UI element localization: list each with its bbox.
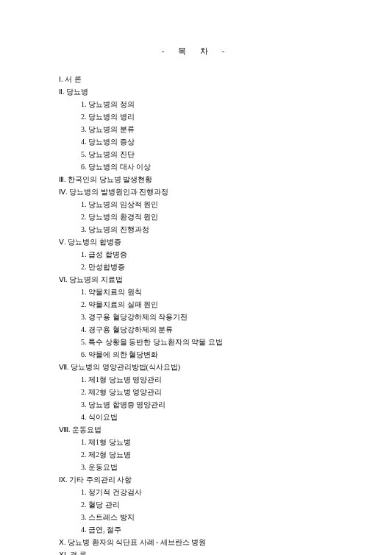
- toc-item: 4. 금연, 절주: [81, 523, 333, 536]
- toc-item: Ⅵ. 당뇨병의 치료법: [59, 273, 333, 286]
- toc-item: 3. 스트레스 방지: [81, 511, 333, 523]
- toc-item: 3. 운동요법: [81, 461, 333, 473]
- toc-item: 1. 제1형 당뇨병 영양관리: [81, 373, 333, 386]
- toc-item: Ⅳ. 당뇨병의 발병원인과 진행과정: [59, 185, 333, 198]
- toc-item: 4. 식이요법: [81, 411, 333, 423]
- toc-item: 3. 경구용 혈당강하제의 작용기전: [81, 311, 333, 323]
- toc-item: Ⅷ. 운동요법: [59, 423, 333, 436]
- toc-item: 3. 당뇨병의 분류: [81, 123, 333, 135]
- toc-item: 6. 약물에 의한 혈당변화: [81, 348, 333, 361]
- toc-item: ⅩⅠ. 결 론: [59, 548, 333, 555]
- toc-item: 3. 당뇨병 합병증 영양관리: [81, 398, 333, 411]
- toc-item: 2. 혈당 관리: [81, 498, 333, 511]
- toc-item: Ⅲ. 한국인의 당뇨병 발생현황: [59, 173, 333, 185]
- toc-item: 1. 당뇨병의 임상적 원인: [81, 198, 333, 211]
- toc-item: 5. 당뇨병의 진단: [81, 148, 333, 160]
- toc-item: 2. 만성합병증: [81, 261, 333, 273]
- toc-item: 6. 당뇨병의 대사 이상: [81, 160, 333, 173]
- toc-item: 1. 급성 합병증: [81, 248, 333, 261]
- toc-item: 2. 제2형 당뇨병 영양관리: [81, 386, 333, 398]
- toc-item: 5. 특수 상황을 동반한 당뇨환자의 약물 요법: [81, 336, 333, 348]
- toc-item: Ⅶ. 당뇨병의 영양관리방법(식사요법): [59, 361, 333, 373]
- toc-container: Ⅰ. 서 론Ⅱ. 당뇨병1. 당뇨병의 정의2. 당뇨병의 병리3. 당뇨병의 …: [59, 73, 333, 555]
- toc-item: 1. 당뇨병의 정의: [81, 98, 333, 110]
- toc-item: 2. 약물치료의 실패 원인: [81, 298, 333, 311]
- toc-item: 3. 당뇨병의 진행과정: [81, 223, 333, 236]
- toc-item: 4. 당뇨병의 증상: [81, 135, 333, 148]
- toc-item: Ⅸ. 기타 주의관리 사항: [59, 473, 333, 486]
- toc-item: Ⅱ. 당뇨병: [59, 85, 333, 98]
- toc-item: Ⅰ. 서 론: [59, 73, 333, 85]
- toc-item: 1. 정기적 건강검사: [81, 486, 333, 498]
- toc-title: - 목 차 -: [59, 44, 333, 58]
- toc-item: 2. 당뇨병의 병리: [81, 110, 333, 123]
- toc-item: 2. 제2형 당뇨병: [81, 448, 333, 461]
- toc-item: 2. 당뇨병의 환경적 원인: [81, 211, 333, 223]
- toc-item: 1. 약물치료의 원칙: [81, 286, 333, 298]
- toc-item: Ⅹ. 당뇨병 환자의 식단표 사례 - 세브란스 병원: [59, 536, 333, 548]
- toc-item: 4. 경구용 혈당강하제의 분류: [81, 323, 333, 336]
- toc-item: Ⅴ. 당뇨병의 합병증: [59, 236, 333, 248]
- toc-item: 1. 제1형 당뇨병: [81, 436, 333, 448]
